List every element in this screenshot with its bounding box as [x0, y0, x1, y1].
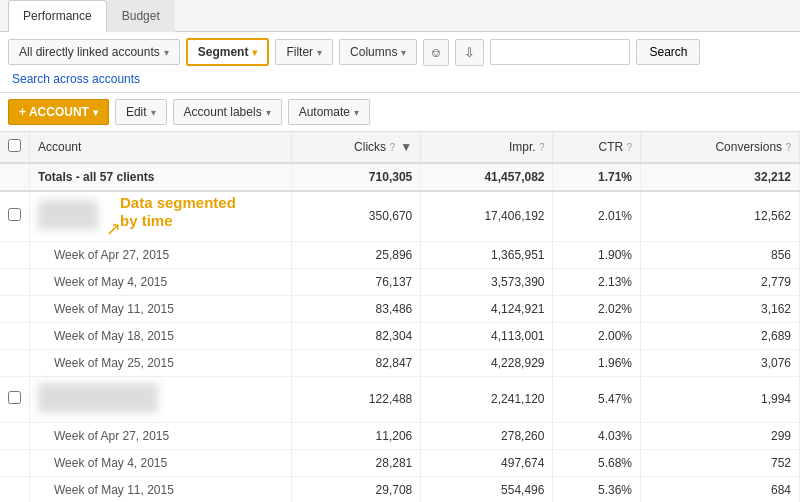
sort-icon[interactable]: ▼	[400, 140, 412, 154]
week-label: Week of May 18, 2015	[30, 322, 292, 349]
week-impr: 554,496	[421, 476, 553, 502]
week-row: Week of May 11, 2015 29,708 554,496 5.36…	[0, 476, 800, 502]
account2-conversions: 1,994	[641, 376, 800, 422]
chevron-down-icon: ▾	[266, 107, 271, 118]
week-conversions: 2,689	[641, 322, 800, 349]
toolbar-row-2: + ACCOUNT ▾ Edit ▾ Account labels ▾ Auto…	[0, 93, 800, 132]
week-impr: 497,674	[421, 449, 553, 476]
clicks-column-header: Clicks ? ▼	[292, 132, 421, 163]
annotation-arrow-icon: ↖	[106, 218, 121, 240]
chevron-down-icon: ▾	[93, 107, 98, 118]
toolbar-row-1: All directly linked accounts ▾ Segment ▾…	[0, 32, 800, 93]
chevron-down-icon: ▾	[317, 47, 322, 58]
select-all-checkbox[interactable]	[8, 139, 21, 152]
conversions-column-header: Conversions ?	[641, 132, 800, 163]
chart-icon-button[interactable]: ⎊	[423, 39, 449, 66]
totals-impr: 41,457,082	[421, 163, 553, 191]
account2-avatar	[38, 383, 158, 413]
account2-ctr: 5.47%	[553, 376, 641, 422]
account1-avatar	[38, 200, 98, 230]
week-ctr: 2.02%	[553, 295, 641, 322]
week-ctr: 2.13%	[553, 268, 641, 295]
annotation-text: Data segmented by time	[120, 194, 236, 230]
week-clicks: 82,847	[292, 349, 421, 376]
account-labels-label: Account labels	[184, 105, 262, 119]
select-all-header[interactable]	[0, 132, 30, 163]
week-row: Week of Apr 27, 2015 25,896 1,365,951 1.…	[0, 241, 800, 268]
week-clicks: 25,896	[292, 241, 421, 268]
search-button[interactable]: Search	[636, 39, 700, 65]
segment-button[interactable]: Segment ▾	[186, 38, 270, 66]
week-conversions: 856	[641, 241, 800, 268]
week-impr: 3,573,390	[421, 268, 553, 295]
filter-button[interactable]: Filter ▾	[275, 39, 333, 65]
account1-checkbox[interactable]	[8, 208, 21, 221]
help-icon: ?	[539, 142, 545, 153]
tab-budget[interactable]: Budget	[107, 0, 175, 32]
ctr-column-header: CTR ?	[553, 132, 641, 163]
download-icon-button[interactable]: ⇩	[455, 39, 484, 66]
search-across-accounts-link[interactable]: Search across accounts	[12, 72, 140, 86]
week-clicks: 28,281	[292, 449, 421, 476]
account-column-header: Account	[30, 132, 292, 163]
tab-performance[interactable]: Performance	[8, 0, 107, 32]
help-icon: ?	[785, 142, 791, 153]
columns-button[interactable]: Columns ▾	[339, 39, 417, 65]
account1-clicks: 350,670	[292, 191, 421, 241]
week-impr: 4,124,921	[421, 295, 553, 322]
search-input[interactable]	[490, 39, 630, 65]
automate-button[interactable]: Automate ▾	[288, 99, 370, 125]
week-conversions: 299	[641, 422, 800, 449]
week-ctr: 4.03%	[553, 422, 641, 449]
week-clicks: 29,708	[292, 476, 421, 502]
week-conversions: 3,076	[641, 349, 800, 376]
chevron-down-icon: ▾	[164, 47, 169, 58]
week-clicks: 76,137	[292, 268, 421, 295]
account2-clicks: 122,488	[292, 376, 421, 422]
account2-checkbox[interactable]	[8, 391, 21, 404]
week-label: Week of May 11, 2015	[30, 476, 292, 502]
week-row: Week of May 18, 2015 82,304 4,113,001 2.…	[0, 322, 800, 349]
week-impr: 278,260	[421, 422, 553, 449]
week-row: Week of May 4, 2015 76,137 3,573,390 2.1…	[0, 268, 800, 295]
account-labels-button[interactable]: Account labels ▾	[173, 99, 282, 125]
week-label: Week of Apr 27, 2015	[30, 241, 292, 268]
account2-name-cell	[30, 376, 292, 422]
week-clicks: 82,304	[292, 322, 421, 349]
segment-label: Segment	[198, 45, 249, 59]
all-accounts-button[interactable]: All directly linked accounts ▾	[8, 39, 180, 65]
account-row: 122,488 2,241,120 5.47% 1,994	[0, 376, 800, 422]
account1-impr: 17,406,192	[421, 191, 553, 241]
columns-label: Columns	[350, 45, 397, 59]
automate-label: Automate	[299, 105, 350, 119]
week-conversions: 2,779	[641, 268, 800, 295]
tabs-bar: Performance Budget	[0, 0, 800, 32]
totals-ctr: 1.71%	[553, 163, 641, 191]
week-impr: 4,228,929	[421, 349, 553, 376]
account1-cb-cell[interactable]	[0, 191, 30, 241]
account2-impr: 2,241,120	[421, 376, 553, 422]
week-ctr: 5.36%	[553, 476, 641, 502]
chevron-down-icon: ▾	[354, 107, 359, 118]
week-row: Week of Apr 27, 2015 11,206 278,260 4.03…	[0, 422, 800, 449]
week-ctr: 1.96%	[553, 349, 641, 376]
impr-column-header: Impr. ?	[421, 132, 553, 163]
week-conversions: 3,162	[641, 295, 800, 322]
week-ctr: 2.00%	[553, 322, 641, 349]
all-accounts-label: All directly linked accounts	[19, 45, 160, 59]
week-row: Week of May 11, 2015 83,486 4,124,921 2.…	[0, 295, 800, 322]
chevron-down-icon: ▾	[151, 107, 156, 118]
week-label: Week of May 25, 2015	[30, 349, 292, 376]
account-row: Data segmented by time ↖ 350,670 17,406,…	[0, 191, 800, 241]
account1-ctr: 2.01%	[553, 191, 641, 241]
add-account-button[interactable]: + ACCOUNT ▾	[8, 99, 109, 125]
edit-button[interactable]: Edit ▾	[115, 99, 167, 125]
week-row: Week of May 25, 2015 82,847 4,228,929 1.…	[0, 349, 800, 376]
totals-conversions: 32,212	[641, 163, 800, 191]
week-impr: 1,365,951	[421, 241, 553, 268]
chevron-down-icon: ▾	[252, 47, 257, 58]
chevron-down-icon: ▾	[401, 47, 406, 58]
help-icon: ?	[626, 142, 632, 153]
week-impr: 4,113,001	[421, 322, 553, 349]
week-ctr: 5.68%	[553, 449, 641, 476]
